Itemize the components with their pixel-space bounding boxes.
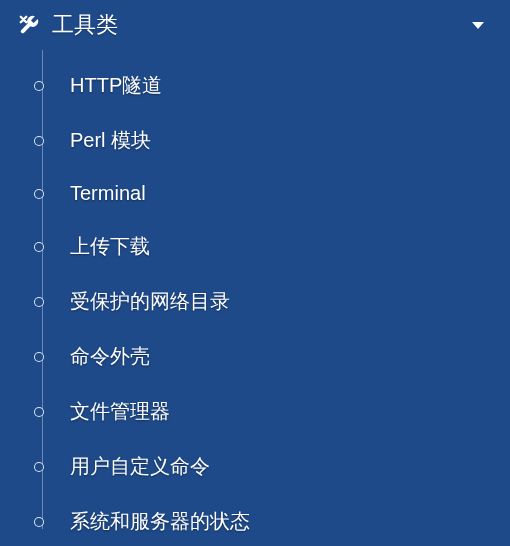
menu-item-label: Perl 模块 xyxy=(70,127,151,154)
menu-item-perl-modules[interactable]: Perl 模块 xyxy=(0,113,510,168)
menu-item-label: 用户自定义命令 xyxy=(70,453,210,480)
menu-item-label: Terminal xyxy=(70,182,146,205)
menu-item-http-tunnel[interactable]: HTTP隧道 xyxy=(0,58,510,113)
menu-item-custom-commands[interactable]: 用户自定义命令 xyxy=(0,439,510,494)
bullet-icon xyxy=(34,297,44,307)
menu-item-system-server-status[interactable]: 系统和服务器的状态 xyxy=(0,494,510,546)
chevron-down-icon xyxy=(472,22,484,29)
menu-item-protected-web-dirs[interactable]: 受保护的网络目录 xyxy=(0,274,510,329)
menu-item-label: 上传下载 xyxy=(70,233,150,260)
menu-item-label: HTTP隧道 xyxy=(70,72,162,99)
wrench-screwdriver-icon xyxy=(18,14,40,36)
bullet-icon xyxy=(34,517,44,527)
menu-item-label: 文件管理器 xyxy=(70,398,170,425)
bullet-icon xyxy=(34,189,44,199)
menu-item-file-manager[interactable]: 文件管理器 xyxy=(0,384,510,439)
bullet-icon xyxy=(34,136,44,146)
tools-menu-list: HTTP隧道 Perl 模块 Terminal 上传下载 受保护的网络目录 命令… xyxy=(0,50,510,546)
bullet-icon xyxy=(34,242,44,252)
bullet-icon xyxy=(34,407,44,417)
menu-item-label: 受保护的网络目录 xyxy=(70,288,230,315)
menu-item-upload-download[interactable]: 上传下载 xyxy=(0,219,510,274)
bullet-icon xyxy=(34,462,44,472)
tools-panel-header[interactable]: 工具类 xyxy=(0,0,510,50)
menu-item-label: 命令外壳 xyxy=(70,343,150,370)
panel-title: 工具类 xyxy=(52,10,472,40)
menu-item-terminal[interactable]: Terminal xyxy=(0,168,510,219)
menu-item-label: 系统和服务器的状态 xyxy=(70,508,250,535)
bullet-icon xyxy=(34,81,44,91)
menu-item-command-shell[interactable]: 命令外壳 xyxy=(0,329,510,384)
bullet-icon xyxy=(34,352,44,362)
